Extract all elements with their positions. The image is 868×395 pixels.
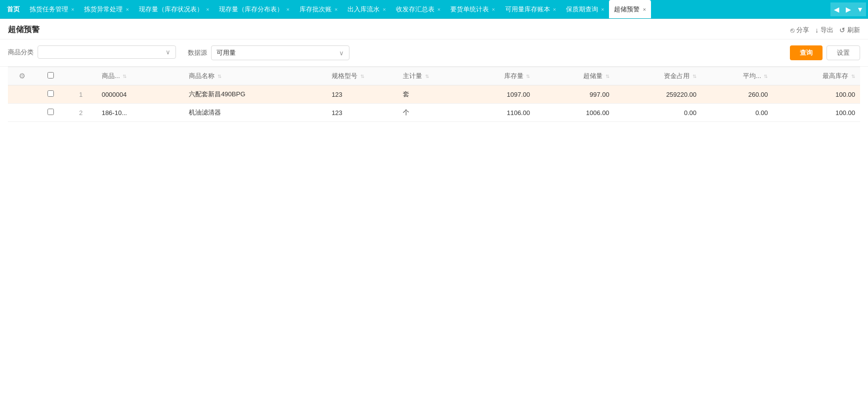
sort-icon: ⇅	[693, 74, 696, 79]
row-maxstock: 100.00	[773, 104, 860, 122]
close-icon[interactable]: ×	[553, 6, 556, 12]
th-stock[interactable]: 库存量 ⇅	[456, 67, 535, 85]
close-icon[interactable]: ×	[437, 6, 440, 12]
row-avg: 260.00	[701, 85, 773, 104]
settings-button[interactable]: 设置	[826, 45, 860, 60]
nav-inventory-dist[interactable]: 现存量（库存分布表） ×	[214, 0, 294, 19]
row-over: 997.00	[535, 85, 614, 104]
share-action[interactable]: ⎋ 分享	[790, 26, 809, 35]
row-unit: 套	[398, 85, 456, 104]
datasource-label: 数据源	[188, 48, 207, 57]
close-icon[interactable]: ×	[286, 6, 289, 12]
top-navigation: 首页 拣货任务管理 × 拣货异常处理 × 现存量（库存状况表） × 现存量（库存…	[0, 0, 868, 19]
sort-icon: ⇅	[851, 74, 855, 79]
nav-quality-check[interactable]: 保质期查询 ×	[561, 0, 609, 19]
th-over[interactable]: 超储量 ⇅	[535, 67, 614, 85]
share-icon: ⎋	[790, 26, 794, 34]
query-button[interactable]: 查询	[790, 45, 823, 60]
sort-icon: ⇅	[360, 74, 364, 79]
th-unit[interactable]: 主计量 ⇅	[398, 67, 456, 85]
category-label: 商品分类	[8, 48, 34, 57]
row-index: 2	[65, 104, 97, 122]
row-checkbox[interactable]	[47, 109, 54, 115]
sort-icon: ⇅	[526, 74, 530, 79]
nav-refine-task[interactable]: 拣货任务管理 ×	[25, 0, 79, 19]
export-action[interactable]: ↓ 导出	[815, 26, 833, 35]
row-capital: 259220.00	[614, 85, 701, 104]
nav-over-storage[interactable]: 超储预警 ×	[609, 0, 651, 19]
nav-inventory-status[interactable]: 现存量（库存状况表） ×	[134, 0, 214, 19]
close-icon[interactable]: ×	[206, 6, 209, 12]
row-maxstock: 100.00	[773, 85, 860, 104]
export-icon: ↓	[815, 26, 819, 34]
gear-icon[interactable]: ⚙	[19, 72, 25, 80]
page-title: 超储预警	[8, 25, 40, 35]
nav-inout-flow[interactable]: 出入库流水 ×	[343, 0, 391, 19]
row-settings-cell	[8, 85, 37, 104]
refresh-icon: ↺	[839, 26, 845, 34]
th-avg[interactable]: 平均... ⇅	[701, 67, 773, 85]
table-header-row: ⚙ 商品... ⇅ 商品名称 ⇅ 规格型号	[8, 67, 860, 85]
datasource-filter-group: 数据源 可用量 ∨	[188, 45, 349, 60]
row-index: 1	[65, 85, 97, 104]
datasource-select-value: 可用量	[217, 48, 236, 57]
page-content: 超储预警 ⎋ 分享 ↓ 导出 ↺ 刷新 商品分类 ∨ 数据源	[0, 19, 868, 395]
th-index	[65, 67, 97, 85]
table-row: 2 186-10... 机油滤清器 123 个 1106.00 1006.00 …	[8, 104, 860, 122]
sort-icon: ⇅	[217, 74, 221, 79]
close-icon[interactable]: ×	[126, 6, 129, 12]
nav-arrow-right[interactable]: ▶	[842, 2, 854, 16]
th-settings: ⚙	[8, 67, 37, 85]
th-name[interactable]: 商品名称 ⇅	[184, 67, 327, 85]
row-sku: 0000004	[97, 85, 184, 104]
nav-arrow-more[interactable]: ▼	[854, 2, 866, 16]
close-icon[interactable]: ×	[601, 6, 604, 12]
th-sku[interactable]: 商品... ⇅	[97, 67, 184, 85]
row-name: 六配套新昌490BPG	[184, 85, 327, 104]
close-icon[interactable]: ×	[335, 6, 338, 12]
nav-order-stat[interactable]: 要货单统计表 ×	[445, 0, 500, 19]
row-name: 机油滤清器	[184, 104, 327, 122]
row-sku: 186-10...	[97, 104, 184, 122]
category-select[interactable]: ∨	[38, 45, 176, 59]
datasource-select[interactable]: 可用量 ∨	[211, 45, 349, 60]
close-icon[interactable]: ×	[383, 6, 386, 12]
close-icon[interactable]: ×	[643, 6, 646, 12]
th-capital[interactable]: 资金占用 ⇅	[614, 67, 701, 85]
row-unit: 个	[398, 104, 456, 122]
sort-icon: ⇅	[123, 74, 127, 79]
select-all-checkbox[interactable]	[47, 72, 54, 79]
row-checkbox[interactable]	[47, 90, 54, 97]
header-actions: ⎋ 分享 ↓ 导出 ↺ 刷新	[790, 26, 860, 35]
row-spec: 123	[327, 85, 398, 104]
table-row: 1 0000004 六配套新昌490BPG 123 套 1097.00 997.…	[8, 85, 860, 104]
row-checkbox-cell	[37, 104, 65, 122]
nav-available-ledger[interactable]: 可用量库存账本 ×	[500, 0, 561, 19]
row-settings-cell	[8, 104, 37, 122]
row-spec: 123	[327, 104, 398, 122]
nav-arrows: ◀ ▶ ▼	[830, 2, 866, 16]
category-filter-group: 商品分类 ∨	[8, 45, 176, 59]
close-icon[interactable]: ×	[71, 6, 74, 12]
table-body: 1 0000004 六配套新昌490BPG 123 套 1097.00 997.…	[8, 85, 860, 122]
th-maxstock[interactable]: 最高库存 ⇅	[773, 67, 860, 85]
row-capital: 0.00	[614, 104, 701, 122]
row-stock: 1106.00	[456, 104, 535, 122]
page-header: 超储预警 ⎋ 分享 ↓ 导出 ↺ 刷新	[0, 19, 868, 40]
row-checkbox-cell	[37, 85, 65, 104]
chevron-down-icon: ∨	[166, 48, 171, 56]
row-over: 1006.00	[535, 104, 614, 122]
close-icon[interactable]: ×	[492, 6, 495, 12]
nav-collect-summary[interactable]: 收发存汇总表 ×	[391, 0, 445, 19]
chevron-down-icon: ∨	[339, 49, 344, 57]
sort-icon: ⇅	[606, 74, 609, 79]
refresh-action[interactable]: ↺ 刷新	[839, 26, 860, 35]
nav-arrow-left[interactable]: ◀	[830, 2, 842, 16]
table-container: ⚙ 商品... ⇅ 商品名称 ⇅ 规格型号	[0, 67, 868, 122]
main-table: ⚙ 商品... ⇅ 商品名称 ⇅ 规格型号	[8, 67, 860, 122]
nav-inventory-batch[interactable]: 库存批次账 ×	[295, 0, 343, 19]
nav-home[interactable]: 首页	[2, 0, 25, 19]
th-spec[interactable]: 规格型号 ⇅	[327, 67, 398, 85]
nav-refine-abnormal[interactable]: 拣货异常处理 ×	[79, 0, 133, 19]
row-avg: 0.00	[701, 104, 773, 122]
